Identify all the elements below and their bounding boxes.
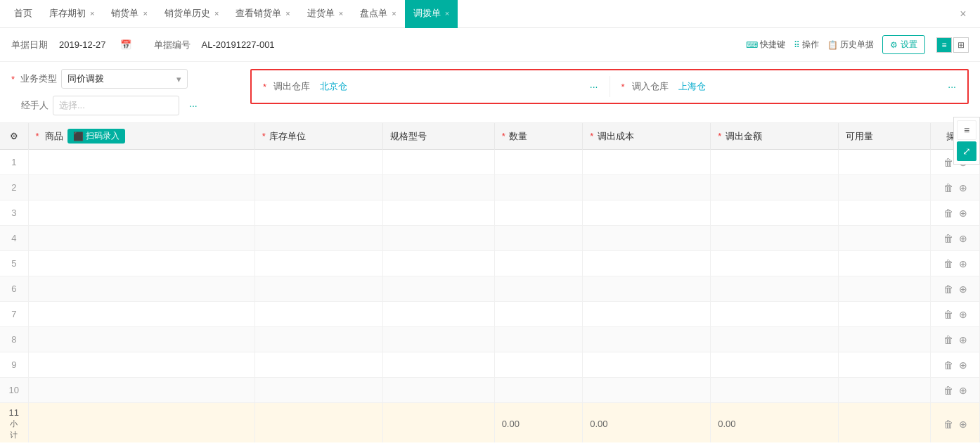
row-available-cell[interactable] (839, 175, 931, 200)
row-copy-btn[interactable]: ⊕ (959, 359, 967, 371)
tab-transfer-order[interactable]: 调拨单 × (405, 0, 458, 28)
row-delete-btn[interactable]: 🗑 (943, 334, 953, 345)
row-spec-cell[interactable] (382, 378, 494, 403)
calendar-icon[interactable]: 📅 (120, 39, 131, 50)
scan-btn[interactable]: ⬛ 扫码录入 (67, 129, 125, 144)
row-spec-cell[interactable] (382, 276, 494, 302)
row-product-cell[interactable] (28, 251, 254, 276)
row-qty-cell[interactable] (494, 276, 583, 302)
row-cost-cell[interactable] (583, 276, 711, 302)
row-product-cell[interactable] (28, 378, 254, 403)
tab-purchase-order-close[interactable]: × (339, 9, 343, 18)
row-spec-cell[interactable] (382, 200, 494, 226)
row-spec-cell[interactable] (382, 175, 494, 200)
row-qty-cell[interactable] (494, 302, 583, 327)
row-delete-btn[interactable]: 🗑 (943, 309, 953, 320)
row-copy-btn[interactable]: ⊕ (959, 182, 967, 193)
row-product-cell[interactable] (28, 150, 254, 175)
row-qty-cell[interactable] (494, 200, 583, 226)
row-cost-cell[interactable] (583, 327, 711, 352)
ops-btn[interactable]: ⠿ 操作 (794, 39, 819, 51)
transfer-out-value[interactable]: 北京仓 (320, 80, 347, 93)
row-copy-btn[interactable]: ⊕ (959, 233, 967, 244)
row-unit-cell[interactable] (254, 352, 382, 378)
row-qty-cell[interactable] (494, 251, 583, 276)
float-list-btn[interactable]: ≡ (957, 120, 976, 140)
row-unit-cell[interactable] (254, 200, 382, 226)
tab-purchase-order[interactable]: 进货单 × (299, 0, 352, 28)
handler-more-btn[interactable]: ··· (189, 100, 198, 111)
tab-inventory-init[interactable]: 库存期初 × (41, 0, 103, 28)
row-copy-btn[interactable]: ⊕ (959, 309, 967, 320)
row-unit-cell[interactable] (254, 302, 382, 327)
row-amount-cell[interactable] (711, 150, 839, 175)
row-product-cell[interactable] (28, 327, 254, 352)
tab-sales-order[interactable]: 销货单 × (103, 0, 155, 28)
row-unit-cell[interactable] (254, 378, 382, 403)
business-type-select[interactable]: 同价调拨 ▾ (61, 69, 188, 89)
row-amount-cell[interactable] (711, 327, 839, 352)
row-delete-btn[interactable]: 🗑 (943, 385, 953, 396)
row-unit-cell[interactable] (254, 276, 382, 302)
row-amount-cell[interactable] (711, 276, 839, 302)
row-amount-cell[interactable] (711, 251, 839, 276)
row-copy-btn[interactable]: ⊕ (959, 258, 967, 269)
row-product-cell[interactable] (28, 200, 254, 226)
row-unit-cell[interactable] (254, 226, 382, 251)
tab-sales-history-close[interactable]: × (214, 9, 219, 18)
row-available-cell[interactable] (839, 226, 931, 251)
row-delete-btn[interactable]: 🗑 (943, 258, 953, 269)
row-cost-cell[interactable] (583, 352, 711, 378)
row-unit-cell[interactable] (254, 150, 382, 175)
row-copy-btn[interactable]: ⊕ (959, 385, 967, 396)
row-delete-btn[interactable]: 🗑 (943, 157, 953, 168)
row-qty-cell[interactable] (494, 226, 583, 251)
row-cost-cell[interactable] (583, 150, 711, 175)
row-amount-cell[interactable] (711, 352, 839, 378)
row-available-cell[interactable] (839, 276, 931, 302)
row-cost-cell[interactable] (583, 200, 711, 226)
tab-inventory-init-close[interactable]: × (90, 9, 94, 18)
row-delete-btn[interactable]: 🗑 (943, 233, 953, 244)
row-cost-cell[interactable] (583, 175, 711, 200)
row-spec-cell[interactable] (382, 150, 494, 175)
row-available-cell[interactable] (839, 327, 931, 352)
row-available-cell[interactable] (839, 378, 931, 403)
th-settings[interactable]: ⚙ (0, 123, 28, 150)
row-qty-cell[interactable] (494, 327, 583, 352)
row-delete-btn[interactable]: 🗑 (943, 182, 953, 193)
row-delete-btn[interactable]: 🗑 (943, 419, 953, 430)
tab-transfer-order-close[interactable]: × (445, 9, 449, 18)
row-available-cell[interactable] (839, 352, 931, 378)
table-scroll-area[interactable]: ⚙ * 商品 ⬛ 扫码录入 (0, 123, 980, 442)
row-spec-cell[interactable] (382, 302, 494, 327)
row-qty-cell[interactable] (494, 150, 583, 175)
tab-bar-close-btn[interactable]: × (952, 3, 974, 25)
row-delete-btn[interactable]: 🗑 (943, 283, 953, 295)
row-amount-cell[interactable] (711, 302, 839, 327)
history-btn[interactable]: 📋 历史单据 (827, 39, 874, 51)
row-unit-cell[interactable] (254, 175, 382, 200)
float-expand-btn[interactable]: ⤢ (957, 141, 976, 161)
transfer-out-more-btn[interactable]: ··· (590, 81, 598, 92)
transfer-in-more-btn[interactable]: ··· (948, 81, 956, 92)
row-unit-cell[interactable] (254, 327, 382, 352)
tab-sales-history[interactable]: 销货单历史 × (156, 0, 227, 28)
row-qty-cell[interactable] (494, 352, 583, 378)
row-cost-cell[interactable] (583, 251, 711, 276)
row-product-cell[interactable] (28, 175, 254, 200)
row-available-cell[interactable] (839, 150, 931, 175)
row-spec-cell[interactable] (382, 327, 494, 352)
row-spec-cell[interactable] (382, 226, 494, 251)
row-qty-cell[interactable] (494, 378, 583, 403)
tab-inventory-check[interactable]: 盘点单 × (352, 0, 404, 28)
view-toggle-grid[interactable]: ⊞ (953, 37, 969, 53)
row-copy-btn[interactable]: ⊕ (959, 334, 967, 345)
handler-select[interactable]: 选择... (53, 96, 179, 115)
row-available-cell[interactable] (839, 200, 931, 226)
row-amount-cell[interactable] (711, 200, 839, 226)
row-amount-cell[interactable] (711, 378, 839, 403)
row-available-cell[interactable] (839, 251, 931, 276)
row-cost-cell[interactable] (583, 226, 711, 251)
setting-btn[interactable]: ⚙ 设置 (882, 35, 925, 54)
